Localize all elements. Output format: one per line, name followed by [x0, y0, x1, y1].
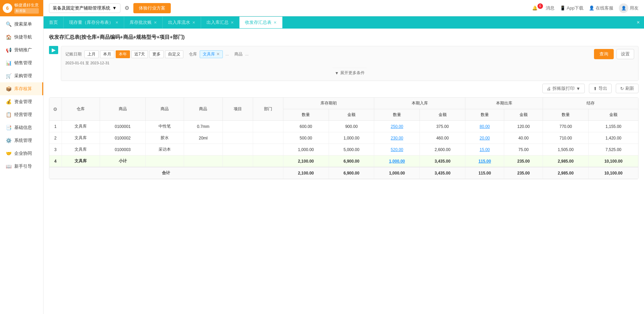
- sidebar-item-operations[interactable]: 📋 经营管理: [0, 108, 43, 121]
- sidebar-item-marketing[interactable]: 📢 营销推广: [0, 44, 43, 56]
- sidebar-item-purchase[interactable]: 🛒 采购管理: [0, 69, 43, 82]
- trial-button[interactable]: 体验行业方案: [133, 3, 171, 13]
- date-btn-more[interactable]: 更多: [149, 50, 164, 58]
- tab-close-receipt-summary[interactable]: ✕: [274, 20, 277, 25]
- sidebar-item-search[interactable]: 🔍 搜索菜单: [0, 18, 43, 31]
- goods-label: 商品: [234, 51, 243, 57]
- sidebar-logo: 6 畅捷通好生意 标准版: [0, 0, 43, 16]
- logo-text: 畅捷通好生意 标准版: [14, 3, 39, 14]
- tab-flow[interactable]: 出入库流水 ✕: [163, 17, 201, 28]
- warehouse-more-btn[interactable]: ...: [226, 52, 229, 56]
- top-actions: 🖨 拆账版打印 ▼ ⬆ 导出 ↻ 刷新: [49, 84, 639, 93]
- sidebar-item-inventory[interactable]: 📦 库存核算: [0, 82, 43, 95]
- topbar-actions: 🔔 6 消息 📱 App下载 👤 在线客服 👤 用友: [532, 3, 639, 13]
- total-in-qty: 1,000.00: [374, 167, 420, 179]
- cell-in-qty[interactable]: 520.00: [374, 144, 420, 155]
- column-settings-icon[interactable]: ⚙: [53, 106, 57, 112]
- query-button[interactable]: 查询: [594, 49, 614, 59]
- cell-dept: [253, 144, 283, 155]
- sidebar-item-enterprise[interactable]: 🤝 企业协同: [0, 147, 43, 160]
- filter-expand-row: ▼ 展开更多条件: [65, 68, 634, 78]
- sidebar-item-finance[interactable]: 💰 资金管理: [0, 95, 43, 108]
- export-button[interactable]: ⬆ 导出: [589, 84, 612, 93]
- date-range-display: 2023-01-01 至 2023-12-31: [65, 61, 634, 66]
- chevron-down-icon: ▼: [576, 86, 580, 91]
- bell-icon: 🔔: [532, 5, 538, 11]
- date-btn-last-month[interactable]: 上月: [84, 50, 99, 58]
- sidebar-item-quicknav[interactable]: 🏠 快捷导航: [0, 31, 43, 44]
- search-icon: 🔍: [5, 21, 12, 27]
- date-btn-custom[interactable]: 自定义: [165, 50, 183, 58]
- date-btn-this-month[interactable]: 本月: [100, 50, 114, 58]
- cell-code: 0100001: [100, 121, 146, 132]
- tab-summary-out[interactable]: 出入库汇总 ✕: [201, 17, 240, 28]
- goods-more-btn[interactable]: ...: [245, 52, 249, 56]
- tab-close-batch[interactable]: ✕: [154, 20, 157, 25]
- tab-receipt-summary[interactable]: 收发存汇总表 ✕: [240, 17, 282, 28]
- cell-out-qty[interactable]: 15.00: [465, 144, 504, 155]
- date-btn-this-year[interactable]: 本年: [116, 50, 130, 58]
- filter-toggle-button[interactable]: ▶: [49, 46, 58, 54]
- tab-stock-dist[interactable]: 现存量（库存分布表） ✕: [64, 17, 124, 28]
- cell-init-amt: 1,000.00: [329, 132, 374, 144]
- sidebar-item-sales[interactable]: 📊 销售管理: [0, 56, 43, 69]
- th-settings[interactable]: ⚙: [49, 98, 62, 121]
- th-group-in: 本期入库: [374, 98, 465, 109]
- tab-close-stock-dist[interactable]: ✕: [115, 20, 118, 25]
- total-label: 合计: [49, 167, 283, 179]
- sidebar-item-basic[interactable]: 📑 基础信息: [0, 121, 43, 134]
- sidebar-item-system[interactable]: ⚙️ 系统管理: [0, 134, 43, 147]
- export-icon: ⬆: [593, 86, 597, 91]
- app-download-button[interactable]: 📱 App下载: [560, 5, 583, 11]
- settings-icon[interactable]: ⚙: [125, 5, 129, 11]
- date-btn-7days[interactable]: 近7天: [131, 50, 148, 58]
- cell-warehouse: 文具库: [62, 132, 100, 144]
- table-row: 2 文具库 0100002 胶水 20ml 500.00 1,000.00 23…: [49, 132, 638, 144]
- refresh-button[interactable]: ↻ 刷新: [616, 84, 639, 93]
- close-all-tabs[interactable]: ✕: [632, 17, 644, 28]
- tab-close-summary-out[interactable]: ✕: [231, 20, 234, 25]
- cell-out-qty[interactable]: 20.00: [465, 132, 504, 144]
- tab-home[interactable]: 首页: [44, 17, 64, 28]
- setting-button[interactable]: 设置: [616, 49, 634, 59]
- cell-dept: [253, 121, 283, 132]
- cell-bal-amt: 7,525.00: [589, 144, 638, 155]
- sub-in-qty[interactable]: 1,000.00: [374, 155, 420, 167]
- tabbar: 首页 现存量（库存分布表） ✕ 库存批次账 ✕ 出入库流水 ✕ 出入库汇总 ✕ …: [44, 16, 644, 29]
- cell-project: [222, 144, 253, 155]
- cell-warehouse: 文具库: [62, 121, 100, 132]
- table-row: 1 文具库 0100001 中性笔 0.7mm 600.00 900.00 25…: [49, 121, 638, 132]
- handshake-icon: 🤝: [5, 151, 12, 156]
- sidebar-item-newbie[interactable]: 📖 新手引导: [0, 160, 43, 173]
- cell-init-amt: 900.00: [329, 121, 374, 132]
- subtotal-row: 4 文具库 小计 2,100.00 6,900.00 1,000.00 3,43…: [49, 155, 638, 167]
- expand-more-btn[interactable]: ▼ 展开更多条件: [333, 68, 367, 78]
- cell-bal-amt: 1,155.00: [589, 121, 638, 132]
- cell-in-qty[interactable]: 230.00: [374, 132, 420, 144]
- notification-button[interactable]: 🔔 6 消息: [532, 5, 555, 11]
- user-menu[interactable]: 👤 用友: [619, 3, 639, 13]
- sub-out-qty[interactable]: 115.00: [465, 155, 504, 167]
- th-init-amt: 金额: [329, 109, 374, 121]
- print-button[interactable]: 🖨 拆账版打印 ▼: [542, 84, 585, 93]
- cell-out-qty[interactable]: 80.00: [465, 121, 504, 132]
- online-service-button[interactable]: 👤 在线客服: [589, 5, 613, 11]
- cell-out-amt: 120.00: [504, 121, 543, 132]
- warehouse-tag-close[interactable]: ✕: [216, 52, 220, 56]
- cart-icon: 🛒: [5, 73, 12, 79]
- th-warehouse: 仓库: [62, 98, 100, 121]
- sub-label: 小计: [100, 155, 146, 167]
- th-group-balance: 结存: [543, 98, 638, 109]
- cell-in-amt: 460.00: [420, 132, 465, 144]
- money-icon: 💰: [5, 99, 12, 104]
- system-select[interactable]: 装备及固定资产辅助管理系统 ▼: [49, 3, 120, 13]
- cell-out-amt: 40.00: [504, 132, 543, 144]
- th-group-init: 库存期初: [283, 98, 374, 109]
- cell-in-qty[interactable]: 250.00: [374, 121, 420, 132]
- warehouse-label: 仓库: [189, 51, 197, 57]
- tab-close-flow[interactable]: ✕: [192, 20, 195, 25]
- tab-batch[interactable]: 库存批次账 ✕: [124, 17, 163, 28]
- main-area: 装备及固定资产辅助管理系统 ▼ ⚙ 体验行业方案 🔔 6 消息 📱 App下载 …: [44, 0, 644, 314]
- chart-icon: 📊: [5, 60, 12, 66]
- cell-dept: [253, 132, 283, 144]
